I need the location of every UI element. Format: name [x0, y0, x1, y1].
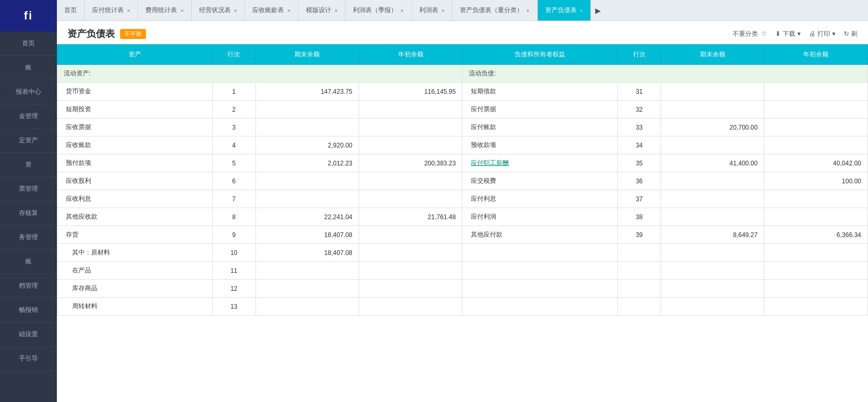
asset-row-num: 2: [212, 101, 255, 119]
tab-balance-reclassify[interactable]: 资产负债表（重分类） ×: [452, 0, 537, 21]
download-arrow-icon: ▾: [797, 30, 801, 37]
print-arrow-icon: ▾: [832, 30, 835, 37]
tab-bar: 首页 应付统计表 × 费用统计表 × 经营状况表 × 应收账龄表 × 模版设计 …: [57, 0, 868, 21]
liability-name[interactable]: 应付职工薪酬: [462, 154, 618, 172]
asset-name: 周转材料: [57, 298, 213, 316]
page-title-area: 资产负债表 不平衡: [67, 27, 146, 40]
sidebar-item-report-center[interactable]: 报表中心: [0, 80, 57, 104]
liability-start-balance: 100.00: [764, 172, 868, 190]
asset-name: 短期投资: [57, 101, 213, 119]
asset-end-balance: [255, 190, 359, 208]
sidebar-item-tax[interactable]: 务管理: [0, 225, 57, 250]
asset-end-balance: 147,423.75: [255, 83, 359, 101]
print-button[interactable]: 🖨 打印 ▾: [809, 30, 835, 38]
asset-start-balance: [359, 262, 462, 280]
asset-name[interactable]: 应收账款: [57, 136, 213, 154]
tab-close-template[interactable]: ×: [334, 7, 338, 14]
asset-row-num: 6: [212, 172, 255, 190]
sidebar-item-expense[interactable]: 畅报销: [0, 298, 57, 322]
table-row: 在产品 11: [57, 262, 868, 280]
asset-name[interactable]: 货币资金: [57, 83, 213, 101]
tab-payable[interactable]: 应付统计表 ×: [85, 0, 138, 21]
unbalanced-badge: 不平衡: [120, 29, 146, 39]
liability-end-balance: [661, 83, 764, 101]
liability-start-balance: [764, 244, 868, 262]
asset-start-balance: [359, 190, 462, 208]
tab-close-expense[interactable]: ×: [180, 7, 183, 14]
tab-profit[interactable]: 利润表 ×: [412, 0, 452, 21]
table-row: 应收利息 7 应付利息 37: [57, 190, 868, 208]
tab-home[interactable]: 首页: [57, 0, 85, 21]
tab-expense[interactable]: 费用统计表 ×: [138, 0, 191, 21]
asset-row-num: 8: [212, 208, 255, 226]
asset-end-balance: [255, 280, 359, 298]
header-year-start2: 年初余额: [764, 45, 868, 65]
tab-close-receivable-age[interactable]: ×: [287, 7, 290, 14]
asset-end-balance: [255, 101, 359, 119]
asset-name: 应收票据: [57, 119, 213, 136]
asset-row-num: 9: [212, 226, 255, 244]
print-icon: 🖨: [809, 30, 815, 37]
tab-close-balance[interactable]: ×: [580, 7, 583, 14]
liability-start-balance: [764, 262, 868, 280]
asset-start-balance: 116,145.95: [359, 83, 462, 101]
tab-scroll-arrow[interactable]: ▶: [591, 0, 605, 21]
liability-start-balance: [764, 83, 868, 101]
asset-row-num: 12: [212, 280, 255, 298]
liability-name: 短期借款: [462, 83, 618, 101]
asset-row-num: 1: [212, 83, 255, 101]
tab-close-balance-r[interactable]: ×: [526, 7, 529, 14]
download-button[interactable]: ⬇ 下载 ▾: [775, 30, 801, 38]
liability-row-num: 31: [618, 83, 661, 101]
sidebar-item-fixed-assets[interactable]: 定资产: [0, 129, 57, 153]
table-row: 货币资金 1 147,423.75 116,145.95 短期借款 31: [57, 83, 868, 101]
asset-name[interactable]: 其他应收款: [57, 208, 213, 226]
sidebar-item-guide[interactable]: 手引导: [0, 347, 57, 371]
liability-start-balance: [764, 208, 868, 226]
liability-end-balance: [661, 298, 764, 316]
page-actions: 不重分类 ⑦ ⬇ 下载 ▾ 🖨 打印 ▾ ↻ 刷: [733, 30, 857, 38]
section-liability-label: 流动负债:: [462, 65, 868, 83]
download-label: 下载: [783, 30, 795, 38]
asset-start-balance: [359, 280, 462, 298]
asset-name[interactable]: 其中：原材料: [57, 244, 213, 262]
category-selector[interactable]: 不重分类 ⑦: [733, 30, 767, 38]
tab-template[interactable]: 模版设计 ×: [299, 0, 346, 21]
tab-close-operation[interactable]: ×: [234, 7, 237, 14]
help-icon[interactable]: ⑦: [761, 30, 767, 37]
asset-name: 在产品: [57, 262, 213, 280]
asset-start-balance: [359, 172, 462, 190]
sidebar-item-invest[interactable]: 资: [0, 153, 57, 177]
sidebar-item-invoice[interactable]: 票管理: [0, 177, 57, 201]
tab-close-profit[interactable]: ×: [441, 7, 445, 14]
sidebar-item-doc[interactable]: 档管理: [0, 274, 57, 298]
asset-name[interactable]: 存货: [57, 226, 213, 244]
table-row: 预付款项 5 2,012.23 200,383.23 应付职工薪酬 35 41,…: [57, 154, 868, 172]
table-row: 其他应收款 8 22,241.04 21,761.48 应付利润 38: [57, 208, 868, 226]
header-year-start: 年初余额: [359, 45, 462, 65]
sidebar-item-inventory[interactable]: 存核算: [0, 201, 57, 225]
liability-start-balance: 6,366.34: [764, 226, 868, 244]
main-area: 首页 应付统计表 × 费用统计表 × 经营状况表 × 应收账龄表 × 模版设计 …: [57, 0, 868, 402]
liability-name: 应付票据: [462, 101, 618, 119]
sidebar-item-ledger[interactable]: 账: [0, 250, 57, 274]
tab-close-profit-q[interactable]: ×: [400, 7, 403, 14]
tab-close-payable[interactable]: ×: [127, 7, 130, 14]
liability-end-balance: [661, 136, 764, 154]
refresh-button[interactable]: ↻ 刷: [844, 30, 857, 38]
tab-operation[interactable]: 经营状况表 ×: [192, 0, 245, 21]
asset-name[interactable]: 预付款项: [57, 154, 213, 172]
tab-profit-quarterly[interactable]: 利润表（季报） ×: [346, 0, 411, 21]
liability-row-num: [618, 262, 661, 280]
table-row: 应收股利 6 应交税费 36 100.00: [57, 172, 868, 190]
liability-row-num: 38: [618, 208, 661, 226]
sidebar-item-cash-mgmt[interactable]: 金管理: [0, 104, 57, 129]
liability-row-num: 34: [618, 136, 661, 154]
sidebar-item-account[interactable]: 账: [0, 56, 57, 80]
sidebar-item-home[interactable]: 首页: [0, 32, 57, 56]
tab-balance[interactable]: 资产负债表 ×: [538, 0, 591, 21]
sidebar-item-basic[interactable]: 础设置: [0, 322, 57, 347]
liability-row-num: 33: [618, 119, 661, 136]
tab-receivable-age[interactable]: 应收账龄表 ×: [245, 0, 298, 21]
liability-start-balance: [764, 190, 868, 208]
